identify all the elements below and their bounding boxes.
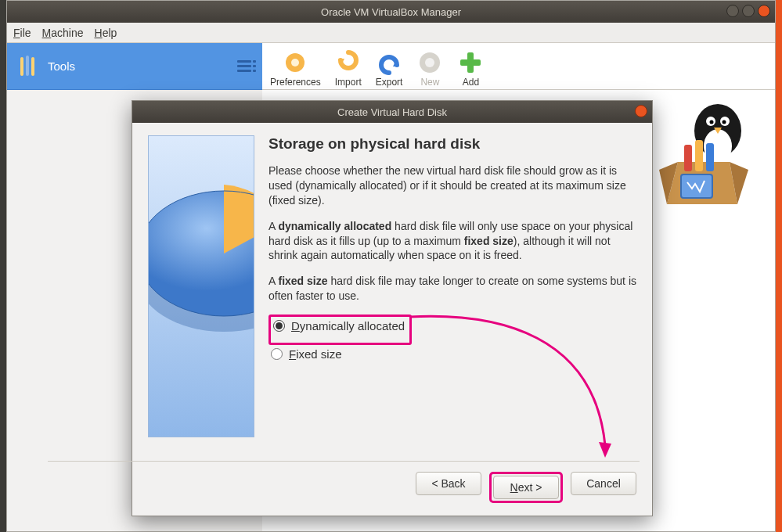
svg-rect-23 — [706, 143, 714, 171]
dialog-close-icon[interactable] — [635, 105, 647, 117]
main-title-text: Oracle VM VirtualBox Manager — [321, 6, 461, 18]
close-icon[interactable] — [758, 5, 770, 17]
back-button[interactable]: < Back — [416, 472, 481, 495]
svg-rect-22 — [695, 140, 703, 171]
menu-file[interactable]: File — [13, 27, 31, 39]
svg-point-15 — [710, 120, 714, 124]
svg-rect-2 — [31, 57, 34, 76]
svg-rect-10 — [460, 59, 481, 66]
menu-machine[interactable]: Machine — [42, 27, 84, 39]
annotation-highlight-next: Next > — [489, 472, 563, 503]
preferences-button[interactable]: Preferences — [270, 49, 321, 88]
gear-icon — [282, 49, 308, 76]
main-toolbar: Preferences Import Export New Add — [262, 43, 775, 90]
tools-pane[interactable]: Tools — [7, 43, 262, 90]
radio-dynamic-input[interactable] — [273, 320, 285, 332]
maximize-icon[interactable] — [742, 5, 755, 17]
dialog-content: Storage on physical hard disk Please cho… — [268, 135, 636, 467]
dialog-titlebar: Create Virtual Hard Disk — [132, 101, 652, 123]
minimize-icon[interactable] — [726, 5, 739, 17]
import-button[interactable]: Import — [335, 49, 362, 88]
dialog-button-row: < Back Next > Cancel — [416, 472, 636, 503]
annotation-highlight-radio: Dynamically allocated — [268, 315, 412, 345]
export-button[interactable]: Export — [376, 49, 403, 88]
import-icon — [335, 49, 362, 76]
radio-dynamically-allocated[interactable]: Dynamically allocated — [271, 317, 409, 335]
mascot-image — [643, 95, 761, 216]
next-button[interactable]: Next > — [493, 476, 559, 499]
add-button[interactable]: Add — [457, 49, 484, 88]
menubar: File Machine Help — [7, 23, 775, 43]
export-icon — [376, 49, 402, 76]
svg-point-4 — [291, 59, 299, 66]
main-titlebar: Oracle VM VirtualBox Manager — [7, 1, 775, 23]
svg-point-16 — [723, 120, 726, 124]
cancel-button[interactable]: Cancel — [571, 472, 636, 495]
dialog-paragraph-2: A dynamically allocated hard disk file w… — [268, 219, 636, 264]
radio-fixed-size[interactable]: Fixed size — [268, 345, 636, 363]
menu-help[interactable]: Help — [95, 27, 117, 39]
create-virtual-hard-disk-dialog: Create Virtual Hard Disk Storage on phys… — [132, 100, 653, 516]
dialog-heading: Storage on physical hard disk — [268, 135, 636, 153]
new-button: New — [416, 49, 443, 88]
dialog-title-text: Create Virtual Hard Disk — [337, 106, 447, 118]
svg-rect-1 — [26, 56, 29, 76]
svg-point-8 — [425, 58, 434, 67]
tools-icon — [18, 54, 40, 79]
svg-rect-21 — [684, 145, 692, 171]
svg-rect-0 — [20, 57, 23, 76]
new-icon — [416, 49, 443, 76]
dialog-paragraph-3: A fixed size hard disk file may take lon… — [268, 274, 636, 304]
plus-icon — [457, 49, 484, 76]
tools-label: Tools — [48, 59, 75, 73]
tools-hamburger-icon[interactable] — [237, 60, 251, 72]
dialog-paragraph-1: Please choose whether the new virtual ha… — [268, 164, 636, 208]
dialog-side-image — [148, 135, 254, 437]
radio-fixed-input[interactable] — [271, 348, 283, 360]
